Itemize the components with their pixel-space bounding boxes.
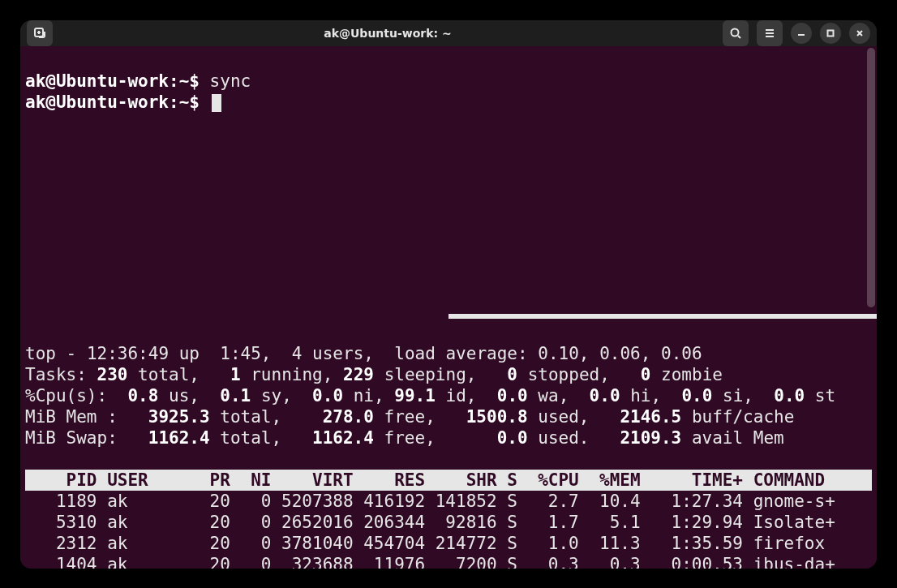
svg-rect-2 xyxy=(828,30,834,36)
top-summary-line: top - 12:36:49 up 1:45, 4 users, load av… xyxy=(25,344,702,363)
maximize-button[interactable] xyxy=(820,23,841,44)
table-row[interactable]: 1189 ak 20 0 5207388 416192 141852 S 2.7… xyxy=(25,491,835,511)
table-row[interactable]: 5310 ak 20 0 2652016 206344 92816 S 1.7 … xyxy=(25,513,835,532)
window-title: ak@Ubuntu-work: ~ xyxy=(53,27,723,40)
menu-button[interactable] xyxy=(757,20,783,46)
top-pane[interactable]: top - 12:36:49 up 1:45, 4 users, load av… xyxy=(20,319,877,569)
shell-pane[interactable]: ak@Ubuntu-work:~$ sync ak@Ubuntu-work:~$ xyxy=(20,46,877,314)
prompt: ak@Ubuntu-work:~$ xyxy=(25,71,200,91)
prompt: ak@Ubuntu-work:~$ xyxy=(25,92,200,112)
table-row[interactable]: 2312 ak 20 0 3781040 454704 214772 S 1.0… xyxy=(25,534,825,553)
minimize-button[interactable] xyxy=(791,23,812,44)
top-tasks-line: Tasks: 230 total, 1 running, 229 sleepin… xyxy=(25,365,723,384)
terminal-window: ak@Ubuntu-work: ~ ak@Ubuntu-work:~$ sync… xyxy=(20,20,877,569)
scrollbar[interactable] xyxy=(867,48,875,307)
new-tab-button[interactable] xyxy=(27,20,53,46)
cursor xyxy=(212,94,221,112)
titlebar: ak@Ubuntu-work: ~ xyxy=(20,20,877,46)
top-header-row: PID USER PR NI VIRT RES SHR S %CPU %MEM … xyxy=(25,470,872,491)
terminal-body[interactable]: ak@Ubuntu-work:~$ sync ak@Ubuntu-work:~$… xyxy=(20,46,877,569)
table-row[interactable]: 1404 ak 20 0 323688 11976 7200 S 0.3 0.3… xyxy=(25,555,835,569)
top-swap-line: MiB Swap: 1162.4 total, 1162.4 free, 0.0… xyxy=(25,428,784,448)
top-mem-line: MiB Mem : 3925.3 total, 278.0 free, 1500… xyxy=(25,407,794,427)
top-blank-line xyxy=(25,449,36,469)
command: sync xyxy=(210,71,251,91)
svg-point-1 xyxy=(732,28,739,36)
search-button[interactable] xyxy=(723,20,749,46)
close-button[interactable] xyxy=(849,23,870,44)
top-cpu-line: %Cpu(s): 0.8 us, 0.1 sy, 0.0 ni, 99.1 id… xyxy=(25,386,835,406)
